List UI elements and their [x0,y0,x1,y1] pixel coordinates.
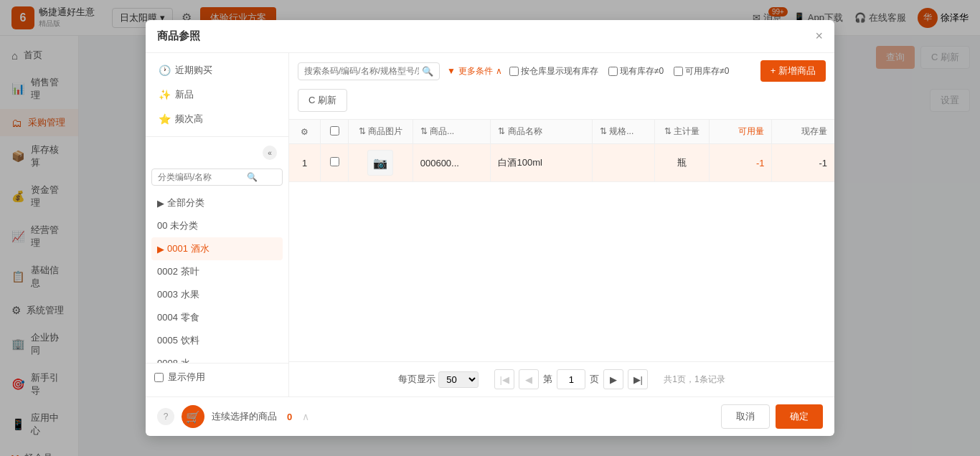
checkbox-available-stock[interactable]: 可用库存≠0 [674,65,729,77]
show-disabled-checkbox[interactable] [154,373,164,382]
col-header-img: ⇅ 商品图片 [349,120,413,144]
product-image: 📷 [367,150,393,176]
first-page-btn[interactable]: |◀ [494,369,514,389]
tab-new-products[interactable]: ✨ 新品 [151,83,283,106]
tab-recent-purchase[interactable]: 🕐 近期购买 [151,59,283,82]
footer-right: 取消 确定 [721,404,823,429]
modal-header: 商品参照 × [146,20,834,53]
row-checkbox-cell [321,144,349,182]
col-header-avail[interactable]: 可用量 [710,120,772,144]
row-checkbox[interactable] [330,157,339,166]
category-list: ▶ 全部分类 00 未分类 ▶ 0001 酒水 0002 茶叶 0003 水果 [146,189,288,363]
cancel-button[interactable]: 取消 [721,404,770,429]
col-header-spec[interactable]: ⇅ 规格... [592,120,654,144]
col-name-label: 商品名称 [508,126,542,136]
product-search-icon[interactable]: 🔍 [422,66,433,77]
category-0005-label: 0005 饮料 [157,334,199,347]
page-suffix: 页 [590,373,599,386]
category-item-0002[interactable]: 0002 茶叶 [151,260,283,283]
star-icon: ⭐ [159,113,171,125]
product-table: ⚙ ⇅ 商品图片 ⇅ 商品... [289,120,834,182]
modal-body: 🕐 近期购买 ✨ 新品 ⭐ 频次高 « 🔍 [146,53,834,396]
checkbox-current-stock[interactable]: 现有库存≠0 [608,65,664,77]
checkbox-warehouse-stock-input[interactable] [509,67,519,76]
filter-checkboxes: 按仓库显示现有库存 现有库存≠0 可用库存≠0 [509,65,730,77]
prev-page-btn[interactable]: ◀ [519,369,539,389]
category-item-0005[interactable]: 0005 饮料 [151,329,283,352]
modal-close-button[interactable]: × [815,29,823,44]
category-item-00[interactable]: 00 未分类 [151,214,283,237]
cart-icon[interactable]: 🛒 [182,405,204,428]
col-img-label: 商品图片 [368,126,402,136]
selected-count: 0 [287,412,292,422]
col-stock-label: 现存量 [801,126,827,136]
confirm-button[interactable]: 确定 [776,404,823,429]
checkbox-warehouse-stock-label: 按仓库显示现有库存 [521,65,598,77]
col-header-unit[interactable]: ⇅ 主计量 [654,120,710,144]
show-disabled-label[interactable]: 显示停用 [168,371,205,384]
next-page-btn[interactable]: ▶ [603,369,623,389]
checkbox-current-stock-label: 现有库存≠0 [620,65,664,77]
category-0008-label: 0008 水 [157,357,190,363]
select-all-checkbox[interactable] [330,126,339,136]
category-all-label: 全部分类 [167,196,204,209]
col-header-stock[interactable]: 现存量 [772,120,834,144]
category-item-all[interactable]: ▶ 全部分类 [151,191,283,214]
category-00-label: 00 未分类 [157,219,198,232]
checkbox-available-stock-label: 可用库存≠0 [685,65,729,77]
add-product-btn[interactable]: + 新增商品 [760,60,826,82]
category-search-box: 🔍 [151,168,283,186]
col-header-name[interactable]: ⇅ 商品名称 [491,120,592,144]
checkbox-warehouse-stock[interactable]: 按仓库显示现有库存 [509,65,598,77]
help-icon[interactable]: ? [157,408,174,425]
col-unit-label: 主计量 [674,126,699,136]
expand-all-icon: ▶ [157,198,164,209]
checkbox-current-stock-input[interactable] [608,67,618,76]
row-img-cell: 📷 [349,144,413,182]
row-code: 000600... [413,144,491,182]
col-spec-label: 规格... [609,126,633,136]
category-search-icon[interactable]: 🔍 [247,172,258,182]
per-page-select: 每页显示 50 100 200 [398,371,479,388]
row-num: 1 [289,144,321,182]
table-toolbar: 🔍 ▼ 更多条件 ∧ 按仓库显示现有库存 现有库存≠0 [289,53,834,120]
tab-recent-purchase-label: 近期购买 [175,64,212,77]
product-search-wrap: 🔍 [298,62,440,80]
tab-frequent[interactable]: ⭐ 频次高 [151,108,283,130]
product-search-input[interactable] [304,66,419,76]
category-0002-label: 0002 茶叶 [157,265,199,278]
collapse-left-btn[interactable]: « [263,146,277,160]
col-header-code[interactable]: ⇅ 商品... [413,120,491,144]
page-number-input[interactable] [557,369,585,389]
col-avail-label: 可用量 [738,126,764,136]
filter-more-label: 更多条件 [458,65,493,77]
modal-footer: ? 🛒 连续选择的商品 0 ∧ 取消 确定 [146,396,834,436]
last-page-btn[interactable]: ▶| [628,369,648,389]
category-0001-label: 0001 酒水 [167,242,209,255]
settings-col-icon[interactable]: ⚙ [301,127,308,137]
table-header-row: ⚙ ⇅ 商品图片 ⇅ 商品... [289,120,834,144]
collapse-footer-icon[interactable]: ∧ [302,411,309,422]
expand-0001-icon: ▶ [157,244,164,255]
per-page-dropdown[interactable]: 50 100 200 [438,371,479,388]
checkbox-available-stock-input[interactable] [674,67,683,76]
refresh-table-btn[interactable]: C 刷新 [298,89,347,112]
col-spec-sort-icon: ⇅ [600,126,607,136]
row-spec [592,144,654,182]
category-search-input[interactable] [158,172,244,182]
category-item-0008[interactable]: 0008 水 [151,352,283,363]
clock-icon: 🕐 [159,65,171,76]
show-disabled-area: 显示停用 [146,363,288,391]
left-panel-tabs: 🕐 近期购买 ✨ 新品 ⭐ 频次高 [146,59,288,137]
category-item-0001[interactable]: ▶ 0001 酒水 [151,237,283,260]
filter-more-btn[interactable]: ▼ 更多条件 ∧ [447,65,502,77]
cart-symbol: 🛒 [186,410,200,424]
product-table-wrap: ⚙ ⇅ 商品图片 ⇅ 商品... [289,120,834,361]
modal-title: 商品参照 [157,29,200,43]
new-icon: ✨ [159,89,171,100]
category-item-0003[interactable]: 0003 水果 [151,283,283,306]
category-item-0004[interactable]: 0004 零食 [151,306,283,329]
col-code-label: 商品... [430,126,454,136]
right-panel: 🔍 ▼ 更多条件 ∧ 按仓库显示现有库存 现有库存≠0 [289,53,834,396]
table-row[interactable]: 1 📷 000600... 白酒100ml 瓶 -1 [289,144,834,182]
